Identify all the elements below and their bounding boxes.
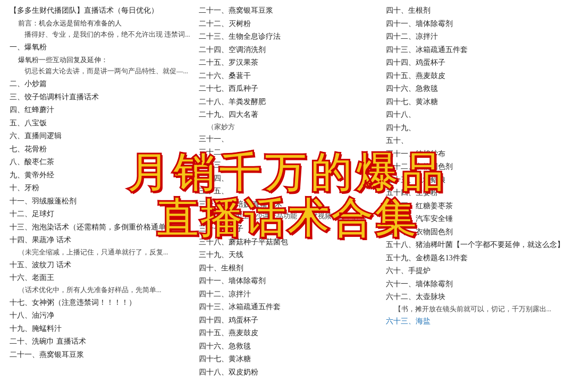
list-item: （未完全缩减，上播记住，只通单就行了，反复... [10,247,190,259]
list-item: 【书，摊开放在镜头前就可以，切记，千万别露出... [386,304,564,316]
list-item: 三十九、天线 [199,249,377,262]
list-item: 十、牙粉 [10,182,190,195]
list-item: 三、饺子馅调料计直播话术 [10,91,190,104]
list-item: 五十九、金榜题名13件套 [386,252,564,265]
list-item: 九、黄帝外经 [10,169,190,182]
list-item: 四十七、黄冰糖 [199,353,377,366]
list-item: 十四、果蔬净 话术 [10,234,190,247]
list-item: 四十三、冰箱疏通五件套 [386,44,564,57]
list-item: 八、酸枣仁茶 [10,156,190,169]
list-item: 四十六、急救毯 [386,82,564,96]
list-item: 四十六、急救毯 [199,340,377,353]
list-item: 播得好、专业，是我们的本份，绝不允许出现 违禁词... [10,29,190,41]
list-item: 十八、油污净 [10,309,190,322]
list-item: 二十五、罗汉果茶 [199,56,377,70]
list-item: 四十一、墙体除霉剂 [199,275,377,288]
list-item: 四十五、燕麦鼓皮 [199,327,377,340]
list-item: 二十八、羊粪发酵肥 [199,96,377,109]
list-item: 三十二、 [199,146,377,159]
list-item: 五十六、汽车安全锤 [386,212,564,226]
page-wrapper: 【多多生财代播团队】直播话术（每日优化）前言：机会永远是留给有准备的人播得好、专… [0,0,574,392]
list-item: 四十七、黄冰糖 [386,96,564,109]
list-item: 三十一、 [199,133,377,146]
list-item: 二十四、空调消洗剂 [199,44,377,57]
list-item: 【多多生财代播团队】直播话术（每日优化） [10,4,190,18]
list-item: 六十、手提炉 [386,265,564,278]
list-item: 五十三、急救鲳娘 [386,174,564,187]
list-item: 六十三、海盐 [386,315,564,328]
list-item: 三十五、 [199,185,377,198]
list-item: 五十五、红糖姜枣茶 [386,200,564,213]
list-item: 五十七、衣物固色剂 [386,226,564,239]
list-item: 四十四、鸡蛋杯子 [199,314,377,327]
list-item: 切忌长篇大论去讲，而是讲一两句产品特性、就促—... [10,66,190,78]
list-item: 十三、泡泡染话术（还需精简，多倒重价格通单） [10,221,190,234]
list-item: 三十三、 [199,159,377,172]
list-item: 一、爆氧粉 [10,41,190,54]
list-item: 二十、洗碗巾 直播话术 [10,335,190,348]
column-2: 二十一、燕窝银耳豆浆二十二、灭树粉二十三、生物全息诊疗法二十四、空调消洗剂二十五… [195,4,382,388]
list-item: 二十九、四大名著 [199,108,377,122]
list-item: 十一、羽绒服蓬松剂 [10,195,190,208]
list-item: 六十一、墙体除霉剂 [386,278,564,291]
list-item: 爆氧粉一些互动回复及延伸： [10,54,190,66]
list-item: 五十二、衣物固色剂 [386,160,564,174]
list-item: 五、八宝饭 [10,117,190,130]
list-item: 四十九、 [386,122,564,135]
list-item: 十九、腌蜢料汁 [10,322,190,336]
list-item: 十七、女神粥（注意违禁词！！！！） [10,296,190,310]
list-item: 四十五、燕麦鼓皮 [386,70,564,83]
list-item: 四十二、凉拌汁 [386,30,564,44]
list-item: 三十四、 [199,172,377,185]
list-item: 三十六、培培嫂 直播话术 [199,198,377,211]
columns-container: 【多多生财代播团队】直播话术（每日优化）前言：机会永远是留给有准备的人播得好、专… [0,0,574,392]
column-3: 四十、生根剂四十一、墙体除霉剂四十二、凉拌汁四十三、冰箱疏通五件套四十四、鸡蛋杯… [382,4,569,388]
list-item: 四十一、墙体除霉剂 [386,18,564,31]
list-item: 前言：机会永远是留给有准备的人 [10,18,190,30]
list-item: 二十一、燕窝银耳豆浆 [199,4,377,18]
list-item: 三十八、蘑菇种子平菇菌包 [199,236,377,249]
list-item: 四十二、凉拌汁 [199,288,377,301]
list-item: 十二、足球灯 [10,208,190,221]
list-item: 十六、老面王 [10,271,190,285]
list-item: 六、直播间逻辑 [10,130,190,143]
list-item: 十五、波纹刀 话术 [10,259,190,272]
list-item: 三十七、筷子 [199,223,377,236]
list-item: 二、小炒篇 [10,78,190,91]
list-item: 六十二、太壶脉块 [386,291,564,304]
list-item: 五十八、猪油稀叶菌【一个字都不要延伸，就这么念】 [386,238,564,252]
list-item: 二十二、灭树粉 [199,18,377,31]
list-item: 四十、生根剂 [199,262,377,275]
list-item: 【以通单为主，少讲产品功能，看过视频的都了解功... [199,211,377,223]
list-item: 四十八、双皮奶粉 [199,366,377,379]
list-item: 二十六、桑葚干 [199,70,377,83]
list-item: 二十七、西瓜种子 [199,82,377,96]
list-item: （家妙方 [199,122,377,133]
list-item: （话术优化中，所有人先准备好样品，先简单... [10,285,190,296]
column-1: 【多多生财代播团队】直播话术（每日优化）前言：机会永远是留给有准备的人播得好、专… [5,4,195,388]
list-item: 四十四、鸡蛋杯子 [386,56,564,70]
list-item: 二十一、燕窝银耳豆浆 [10,348,190,362]
list-item: 五十一、纯棉纱布 [386,148,564,161]
list-item: 二十三、生物全息诊疗法 [199,30,377,44]
list-item: 七、花骨粉 [10,143,190,156]
list-item: 五十、 [386,134,564,148]
list-item: 四十三、冰箱疏通五件套 [199,301,377,314]
list-item: 四十、生根剂 [386,4,564,18]
list-item: 四十八、 [386,108,564,122]
list-item: 四、红蜂蘑汁 [10,104,190,117]
list-item: 五十四、生姜粉 [386,186,564,200]
